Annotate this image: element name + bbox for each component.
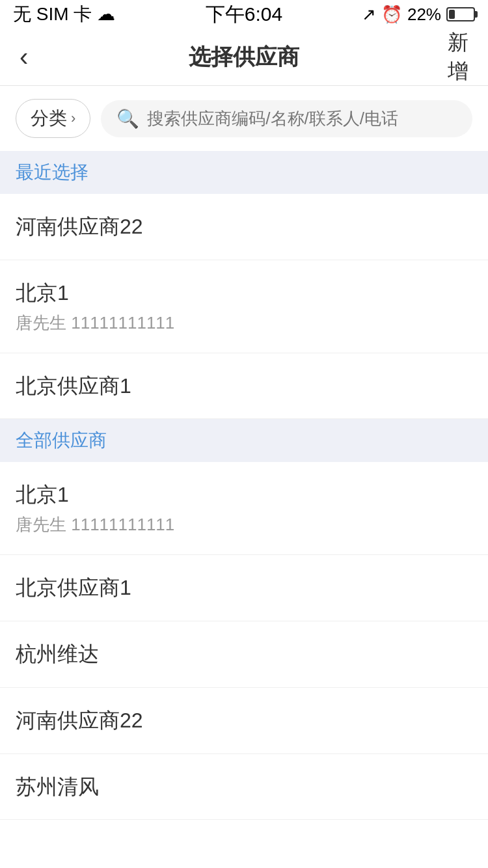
- search-input[interactable]: [147, 109, 457, 129]
- list-item[interactable]: 北京供应商1: [0, 555, 488, 621]
- item-name: 杭州维达: [16, 640, 472, 669]
- all-items-list: 北京1唐先生 11111111111北京供应商1杭州维达河南供应商22苏州清风: [0, 462, 488, 820]
- item-name: 北京1: [16, 480, 472, 509]
- add-button[interactable]: 新增: [429, 29, 468, 86]
- all-section-label: 全部供应商: [16, 430, 107, 450]
- list-item[interactable]: 苏州清风: [0, 754, 488, 821]
- list-item[interactable]: 杭州维达: [0, 621, 488, 688]
- battery-icon: [446, 7, 475, 21]
- sim-status: 无 SIM 卡 ☁: [13, 2, 115, 27]
- item-name: 河南供应商22: [16, 706, 472, 735]
- list-item[interactable]: 北京供应商1: [0, 353, 488, 420]
- filter-bar: 分类 › 🔍: [0, 86, 488, 151]
- recent-section-header: 最近选择: [0, 151, 488, 194]
- all-section-header: 全部供应商: [0, 419, 488, 462]
- list-item[interactable]: 河南供应商22: [0, 688, 488, 754]
- category-filter-button[interactable]: 分类 ›: [16, 99, 90, 138]
- item-name: 北京1: [16, 278, 472, 308]
- status-time: 下午6:04: [206, 1, 282, 28]
- search-box: 🔍: [101, 100, 472, 137]
- item-name: 北京供应商1: [16, 573, 472, 603]
- list-item[interactable]: 北京1唐先生 11111111111: [0, 260, 488, 353]
- battery-percent: 22%: [407, 5, 441, 25]
- item-name: 苏州清风: [16, 772, 472, 802]
- nav-bar: ‹ 选择供应商 新增: [0, 29, 488, 86]
- location-icon: ↗: [362, 5, 376, 25]
- list-item[interactable]: 河南供应商22: [0, 194, 488, 260]
- recent-items-list: 河南供应商22北京1唐先生 11111111111北京供应商1: [0, 194, 488, 419]
- item-sub: 唐先生 11111111111: [16, 513, 472, 536]
- status-left: 无 SIM 卡 ☁: [13, 2, 115, 27]
- item-name: 北京供应商1: [16, 372, 472, 401]
- recent-section-label: 最近选择: [16, 162, 88, 182]
- search-icon: 🔍: [116, 108, 139, 129]
- page-title: 选择供应商: [189, 42, 299, 72]
- item-name: 河南供应商22: [16, 212, 472, 241]
- list-item[interactable]: 北京1唐先生 11111111111: [0, 462, 488, 555]
- status-bar: 无 SIM 卡 ☁ 下午6:04 ↗ ⏰ 22%: [0, 0, 488, 29]
- status-right: ↗ ⏰ 22%: [362, 5, 475, 25]
- category-label: 分类: [31, 106, 67, 131]
- back-button[interactable]: ‹: [20, 42, 59, 72]
- item-sub: 唐先生 11111111111: [16, 312, 472, 334]
- chevron-right-icon: ›: [71, 110, 75, 127]
- alarm-icon: ⏰: [381, 5, 402, 25]
